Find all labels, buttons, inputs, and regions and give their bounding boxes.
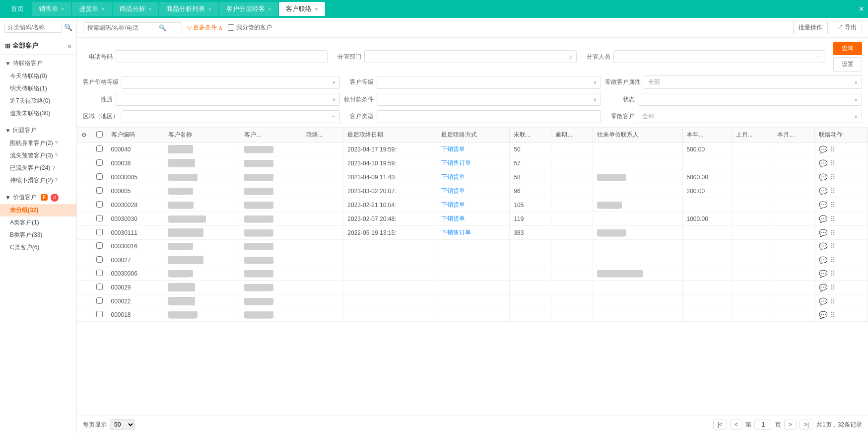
more-action-icon[interactable]: ⠿ — [830, 311, 835, 319]
last-page-button[interactable]: >| — [800, 420, 813, 430]
search-input[interactable] — [87, 24, 157, 31]
sidebar-item-declining[interactable]: 持续下滑客户(2) ? — [0, 174, 76, 187]
last-way-link[interactable]: 下销货单 — [441, 201, 465, 208]
chat-action-icon[interactable]: 💬 — [819, 270, 827, 278]
prev-page-button[interactable]: < — [730, 420, 742, 430]
chat-action-icon[interactable]: 💬 — [819, 229, 827, 237]
chat-action-icon[interactable]: 💬 — [819, 201, 827, 209]
sidebar-item-b-class[interactable]: B类客户(33) — [0, 229, 76, 241]
sidebar-item-abnormal[interactable]: 囤购异常客户(2) ? — [0, 137, 76, 149]
region-select[interactable]: ··· — [122, 110, 340, 123]
more-action-icon[interactable]: ⠿ — [830, 242, 835, 250]
sidebar-search-icon[interactable]: 🔍 — [64, 23, 72, 31]
last-way-link[interactable]: 下销货单 — [441, 173, 465, 180]
last-way-link[interactable]: 下销货单 — [441, 215, 465, 222]
row-check[interactable] — [92, 184, 107, 198]
export-button[interactable]: ↗ 导出 — [832, 21, 862, 34]
sidebar-section-pending-title[interactable]: ▼ 待联络客户 — [0, 57, 76, 70]
row-check[interactable] — [92, 170, 107, 184]
row-checkbox[interactable] — [96, 215, 103, 221]
row-check[interactable] — [92, 281, 107, 294]
chat-action-icon[interactable]: 💬 — [819, 284, 827, 291]
more-action-icon[interactable]: ⠿ — [830, 256, 835, 264]
tab-home[interactable]: 首页 — [4, 2, 31, 16]
sidebar-section-value-title[interactable]: ▼ 价值客户 F ↺ — [0, 191, 76, 204]
row-check[interactable] — [92, 240, 107, 253]
tab-customer-contact-close[interactable]: × — [315, 2, 318, 16]
chat-action-icon[interactable]: 💬 — [819, 242, 827, 250]
phone-input[interactable] — [116, 50, 328, 63]
tab-analysis-close[interactable]: × — [148, 2, 151, 16]
sidebar-item-c-class[interactable]: C类客户(6) — [0, 241, 76, 254]
tab-analysis-list-close[interactable]: × — [208, 2, 211, 16]
sidebar-item-today[interactable]: 今天待联络(0) — [0, 70, 76, 82]
more-action-icon[interactable]: ⠿ — [830, 215, 835, 223]
my-customers-checkbox[interactable] — [228, 24, 234, 31]
tab-analysis[interactable]: 商品分析 × — [113, 2, 158, 16]
more-action-icon[interactable]: ⠿ — [830, 270, 835, 278]
row-checkbox[interactable] — [96, 229, 103, 235]
chat-action-icon[interactable]: 💬 — [819, 311, 827, 319]
sidebar-collapse-icon[interactable]: « — [67, 42, 71, 50]
row-check[interactable] — [92, 253, 107, 267]
th-check[interactable] — [92, 128, 107, 143]
last-way-link[interactable]: 下销售订单 — [441, 229, 471, 236]
more-action-icon[interactable]: ⠿ — [830, 145, 835, 153]
sidebar-item-tomorrow[interactable]: 明天待联络(1) — [0, 82, 76, 95]
chat-action-icon[interactable]: 💬 — [819, 159, 827, 167]
tab-analysis-list[interactable]: 商品分析列表 × — [159, 2, 218, 16]
row-check[interactable] — [92, 308, 107, 322]
gender-select[interactable]: ∨ — [116, 93, 340, 106]
row-checkbox[interactable] — [96, 173, 103, 180]
retail-customer-select[interactable]: 全部 ∨ — [638, 110, 862, 123]
sidebar-item-7days[interactable]: 近7天待联络(0) — [0, 95, 76, 107]
chat-action-icon[interactable]: 💬 — [819, 297, 827, 305]
sidebar-all-customers[interactable]: ⊞ 全部客户 « — [0, 37, 76, 55]
row-check[interactable] — [92, 226, 107, 240]
manager-select[interactable]: ··· — [613, 50, 825, 63]
more-action-icon[interactable]: ⠿ — [830, 159, 835, 167]
row-checkbox[interactable] — [96, 242, 103, 249]
chat-action-icon[interactable]: 💬 — [819, 187, 827, 195]
retail-attr-select[interactable]: 全部 ∨ — [644, 75, 862, 89]
next-page-button[interactable]: > — [784, 420, 797, 430]
tab-purchase-close[interactable]: × — [101, 2, 104, 16]
more-action-icon[interactable]: ⠿ — [830, 173, 835, 181]
row-checkbox[interactable] — [96, 187, 103, 194]
page-size-select[interactable]: 50 20 100 — [110, 419, 135, 430]
row-checkbox[interactable] — [96, 145, 103, 152]
status-select[interactable]: ∨ — [638, 93, 862, 106]
row-check[interactable] — [92, 156, 107, 170]
chat-action-icon[interactable]: 💬 — [819, 215, 827, 223]
close-window-button[interactable]: × — [859, 4, 864, 14]
sidebar-item-lost[interactable]: 已流失客户(24) ? — [0, 162, 76, 174]
th-settings[interactable]: ⚙ — [77, 128, 92, 143]
chat-action-icon[interactable]: 💬 — [819, 173, 827, 181]
more-action-icon[interactable]: ⠿ — [830, 297, 835, 305]
row-checkbox[interactable] — [96, 270, 103, 276]
more-action-icon[interactable]: ⠿ — [830, 229, 835, 237]
price-level-select[interactable]: ∨ — [122, 76, 340, 89]
dept-select[interactable]: ∨ — [364, 50, 576, 63]
last-way-link[interactable]: 下销售订单 — [441, 159, 471, 166]
sidebar-item-ungroup[interactable]: 未分组(32) — [0, 204, 76, 216]
row-check[interactable] — [92, 267, 107, 281]
row-checkbox[interactable] — [96, 311, 103, 317]
row-check[interactable] — [92, 198, 107, 212]
tab-customer-contact[interactable]: 客户联络 × — [279, 2, 325, 16]
row-check[interactable] — [92, 143, 107, 156]
sidebar-item-a-class[interactable]: A类客户(1) — [0, 216, 76, 229]
tab-purchase[interactable]: 进货单 × — [72, 2, 111, 16]
chat-action-icon[interactable]: 💬 — [819, 145, 827, 153]
sidebar-item-overdue[interactable]: 逾期未联络(30) — [0, 107, 76, 120]
row-checkbox[interactable] — [96, 159, 103, 166]
select-all-checkbox[interactable] — [96, 131, 103, 138]
reset-button[interactable]: 设置 — [833, 57, 862, 72]
more-action-icon[interactable]: ⠿ — [830, 187, 835, 195]
search-icon[interactable]: 🔍 — [159, 24, 166, 31]
row-checkbox[interactable] — [96, 201, 103, 208]
first-page-button[interactable]: |< — [713, 420, 727, 430]
more-action-icon[interactable]: ⠿ — [830, 201, 835, 209]
more-conditions-btn[interactable]: ▽ 更多条件 ∧ — [187, 23, 223, 32]
payment-select[interactable]: ∨ — [377, 93, 601, 106]
